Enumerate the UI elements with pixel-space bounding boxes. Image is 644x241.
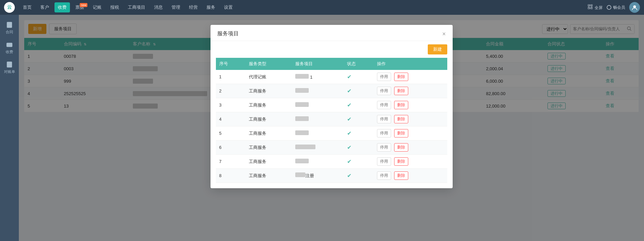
dialog-cell-seq: 7 bbox=[216, 155, 245, 169]
delete-btn[interactable]: 删除 bbox=[394, 115, 408, 123]
dialog-cell-action: 停用 删除 bbox=[374, 140, 447, 155]
nav-biz-projects[interactable]: 工商项目 bbox=[124, 2, 149, 12]
dialog-cell-action: 停用 删除 bbox=[374, 70, 447, 84]
dialog-cell-type: 工商服务 bbox=[245, 98, 292, 112]
stop-btn[interactable]: 停用 bbox=[377, 73, 391, 81]
list-item: 4 工商服务 ✔ 停用 删除 bbox=[216, 112, 447, 126]
dialog-cell-status: ✔ bbox=[344, 98, 373, 112]
dialog-cell-item: 注册 bbox=[292, 169, 344, 183]
stop-btn[interactable]: 停用 bbox=[377, 171, 391, 180]
top-nav: 云 首页 客户 收费 票据 new 记账 报税 工商项目 消息 管理 经营 服务… bbox=[0, 0, 644, 15]
stop-btn[interactable]: 停用 bbox=[377, 143, 391, 152]
new-badge: new bbox=[80, 3, 87, 7]
svg-rect-10 bbox=[7, 43, 12, 47]
dialog-cell-seq: 6 bbox=[216, 140, 245, 155]
nav-business[interactable]: 经营 bbox=[186, 2, 201, 12]
delete-btn[interactable]: 删除 bbox=[394, 129, 408, 137]
stop-btn[interactable]: 停用 bbox=[377, 129, 391, 137]
dialog-table-wrap: 序号 服务类型 服务项目 状态 操作 1 代理记账 1 ✔ 停用 删除 2 工商… bbox=[211, 58, 453, 188]
nav-manage[interactable]: 管理 bbox=[168, 2, 184, 12]
delete-btn[interactable]: 删除 bbox=[394, 101, 408, 109]
dialog-col-type: 服务类型 bbox=[245, 58, 292, 70]
stop-btn[interactable]: 停用 bbox=[377, 101, 391, 109]
service-table: 序号 服务类型 服务项目 状态 操作 1 代理记账 1 ✔ 停用 删除 2 工商… bbox=[216, 58, 447, 183]
dialog-cell-seq: 8 bbox=[216, 169, 245, 183]
dialog-cell-action: 停用 删除 bbox=[374, 155, 447, 169]
dialog-cell-status: ✔ bbox=[344, 70, 373, 84]
dialog-cell-seq: 4 bbox=[216, 112, 245, 126]
nav-invoice[interactable]: 票据 new bbox=[72, 2, 87, 12]
delete-btn[interactable]: 删除 bbox=[394, 143, 408, 152]
dialog-cell-action: 停用 删除 bbox=[374, 169, 447, 183]
nav-service[interactable]: 服务 bbox=[203, 2, 219, 12]
nav-settings[interactable]: 设置 bbox=[221, 2, 236, 12]
nav-customer[interactable]: 客户 bbox=[37, 2, 52, 12]
list-item: 8 工商服务 注册 ✔ 停用 删除 bbox=[216, 169, 447, 183]
dialog-cell-type: 代理记账 bbox=[245, 70, 292, 84]
dialog-cell-type: 工商服务 bbox=[245, 140, 292, 155]
dialog-new-btn[interactable]: 新建 bbox=[428, 44, 447, 54]
sidebar-label-statement: 对账单 bbox=[4, 69, 15, 74]
dialog-cell-seq: 5 bbox=[216, 126, 245, 140]
dialog-cell-action: 停用 删除 bbox=[374, 126, 447, 140]
sidebar-item-contract[interactable]: 合同 bbox=[0, 18, 19, 38]
delete-btn[interactable]: 删除 bbox=[394, 87, 408, 95]
stop-btn[interactable]: 停用 bbox=[377, 115, 391, 123]
nav-payment[interactable]: 收费 bbox=[54, 2, 70, 12]
logo-text: 云 bbox=[7, 4, 12, 10]
dialog-cell-type: 工商服务 bbox=[245, 126, 292, 140]
stop-btn[interactable]: 停用 bbox=[377, 157, 391, 166]
modal-overlay[interactable]: 服务项目 × 新建 序号 服务类型 服务项目 状态 操作 1 代理记账 1 bbox=[19, 15, 644, 241]
dialog-cell-type: 工商服务 bbox=[245, 84, 292, 98]
stop-btn[interactable]: 停用 bbox=[377, 87, 391, 95]
list-item: 2 工商服务 ✔ 停用 删除 bbox=[216, 84, 447, 98]
dialog-close-btn[interactable]: × bbox=[442, 31, 446, 37]
dialog-title: 服务项目 bbox=[217, 30, 239, 37]
nav-bookkeeping[interactable]: 记账 bbox=[89, 2, 105, 12]
list-item: 6 工商服务 ✔ 停用 删除 bbox=[216, 140, 447, 155]
status-check-icon: ✔ bbox=[347, 130, 351, 136]
list-item: 1 代理记账 1 ✔ 停用 删除 bbox=[216, 70, 447, 84]
dialog-cell-action: 停用 删除 bbox=[374, 84, 447, 98]
nav-message[interactable]: 消息 bbox=[151, 2, 166, 12]
sidebar-item-payment[interactable]: 收费 bbox=[0, 38, 19, 58]
delete-btn[interactable]: 删除 bbox=[394, 73, 408, 81]
dialog-cell-item bbox=[292, 140, 344, 155]
dialog-cell-item: 1 bbox=[292, 70, 344, 84]
delete-btn[interactable]: 删除 bbox=[394, 171, 408, 180]
status-check-icon: ✔ bbox=[347, 173, 351, 178]
list-item: 5 工商服务 ✔ 停用 删除 bbox=[216, 126, 447, 140]
dialog-toolbar: 新建 bbox=[211, 41, 453, 58]
dialog-cell-seq: 2 bbox=[216, 84, 245, 98]
dialog-cell-status: ✔ bbox=[344, 155, 373, 169]
nav-tax[interactable]: 报税 bbox=[107, 2, 122, 12]
dialog-cell-seq: 3 bbox=[216, 98, 245, 112]
service-dialog: 服务项目 × 新建 序号 服务类型 服务项目 状态 操作 1 代理记账 1 bbox=[211, 25, 453, 188]
status-check-icon: ✔ bbox=[347, 74, 351, 80]
member-btn[interactable]: 畅会员 bbox=[607, 5, 625, 10]
delete-btn[interactable]: 删除 bbox=[394, 157, 408, 166]
sidebar-item-statement[interactable]: 对账单 bbox=[0, 58, 19, 78]
dialog-cell-action: 停用 删除 bbox=[374, 112, 447, 126]
sidebar-label-payment: 收费 bbox=[6, 49, 13, 54]
dialog-cell-item bbox=[292, 98, 344, 112]
status-check-icon: ✔ bbox=[347, 145, 351, 150]
dialog-col-seq: 序号 bbox=[216, 58, 245, 70]
list-item: 7 工商服务 ✔ 停用 删除 bbox=[216, 155, 447, 169]
nav-home[interactable]: 首页 bbox=[20, 2, 35, 12]
dialog-cell-status: ✔ bbox=[344, 126, 373, 140]
dialog-col-status: 状态 bbox=[344, 58, 373, 70]
user-avatar[interactable] bbox=[629, 2, 640, 13]
dialog-header: 服务项目 × bbox=[211, 25, 453, 41]
dialog-cell-item bbox=[292, 112, 344, 126]
logo[interactable]: 云 bbox=[4, 2, 15, 13]
dialog-cell-type: 工商服务 bbox=[245, 169, 292, 183]
svg-rect-0 bbox=[588, 4, 590, 6]
svg-point-5 bbox=[633, 5, 636, 8]
svg-rect-2 bbox=[588, 7, 590, 9]
dialog-col-item: 服务项目 bbox=[292, 58, 344, 70]
dialog-cell-type: 工商服务 bbox=[245, 155, 292, 169]
fullscreen-btn[interactable]: 全屏 bbox=[588, 4, 602, 11]
dialog-cell-status: ✔ bbox=[344, 169, 373, 183]
dialog-col-action: 操作 bbox=[374, 58, 447, 70]
